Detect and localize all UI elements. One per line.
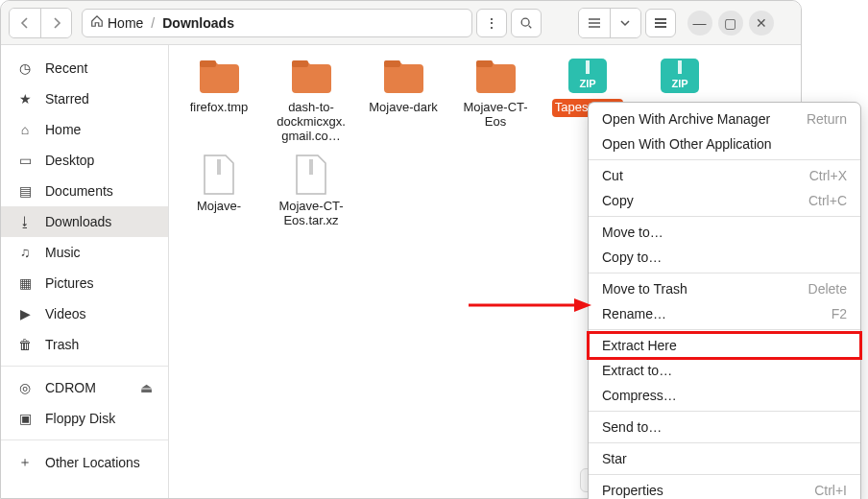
menu-item-label: Open With Other Application [602,136,772,152]
sidebar-item-pictures[interactable]: ▦Pictures [1,268,168,298]
minimize-button[interactable]: — [687,11,712,36]
sidebar-item-label: Trash [45,337,79,352]
search-button[interactable] [511,9,542,37]
svg-rect-13 [309,159,313,175]
file-item[interactable]: firefox.tmp [179,55,259,146]
window-controls: — ▢ ✕ [687,11,774,36]
sidebar-item-label: Desktop [45,153,94,168]
view-mode-group [578,8,641,38]
menu-item[interactable]: Move to… [589,220,860,245]
clock-icon: ◷ [16,60,34,76]
sidebar-item-starred[interactable]: ★Starred [1,83,168,114]
sidebar-item-label: Pictures [45,275,94,291]
menu-item-label: Extract Here [602,338,677,353]
svg-marker-15 [574,298,591,312]
eject-icon[interactable]: ⏏ [140,380,153,395]
sidebar-item-downloads[interactable]: ⭳Downloads [1,206,168,237]
sidebar-item-label: Other Locations [45,455,140,470]
file-label: dash-to-dockmicxgx.gmail.co… [271,99,351,146]
pictures-icon: ▦ [16,275,34,291]
home-icon: ⌂ [16,122,34,137]
sidebar-item-other-locations[interactable]: ＋Other Locations [1,446,168,479]
file-item[interactable]: dash-to-dockmicxgx.gmail.co… [271,55,351,146]
menu-item[interactable]: Move to TrashDelete [589,276,860,301]
back-button[interactable] [10,9,40,37]
maximize-button[interactable]: ▢ [718,11,743,36]
menu-item[interactable]: Rename…F2 [589,301,860,326]
menu-item[interactable]: CutCtrl+X [589,163,860,188]
menu-item[interactable]: CopyCtrl+C [589,188,860,213]
hamburger-button[interactable] [645,9,676,37]
menu-item-label: Compress… [602,388,677,403]
context-menu: Open With Archive ManagerReturnOpen With… [588,102,861,499]
list-view-button[interactable] [579,9,610,37]
file-item[interactable]: Mojave-dark [363,55,444,146]
menu-shortcut: Ctrl+C [808,193,847,208]
svg-text:ZIP: ZIP [579,78,595,89]
trash-icon: 🗑 [16,337,34,352]
menu-shortcut: Return [807,111,847,127]
sidebar-item-music[interactable]: ♫Music [1,237,168,268]
menu-button[interactable]: ⋮ [476,9,507,37]
sidebar-item-label: Recent [45,60,87,76]
menu-shortcut: F2 [832,306,847,321]
menu-item[interactable]: Open With Archive ManagerReturn [589,107,860,131]
menu-item[interactable]: PropertiesCtrl+I [589,478,860,499]
breadcrumb-separator: / [151,15,155,31]
sidebar: ◷Recent ★Starred ⌂Home ▭Desktop ▤Documen… [1,45,169,498]
sidebar-item-floppy[interactable]: ▣Floppy Disk [1,403,168,434]
breadcrumb-home[interactable]: Home [90,14,143,31]
menu-item-label: Move to Trash [602,281,687,297]
sidebar-item-home[interactable]: ⌂Home [1,114,168,145]
file-label: firefox.tmp [187,99,252,117]
sidebar-item-cdrom[interactable]: ◎CDROM⏏ [1,372,168,403]
svg-rect-4 [384,60,400,67]
menu-item[interactable]: Extract Here [589,333,860,358]
menu-item-label: Copy to… [602,250,662,265]
close-button[interactable]: ✕ [749,11,774,36]
zip-icon: ZIP [565,55,611,97]
archive-icon [288,154,334,196]
nav-buttons [9,8,72,38]
sidebar-item-desktop[interactable]: ▭Desktop [1,145,168,176]
file-item[interactable]: Mojave- [179,154,259,230]
view-dropdown-button[interactable] [610,9,640,37]
file-item[interactable]: Mojave-CT-Eos.tar.xz [271,154,351,230]
sidebar-item-label: Videos [45,306,86,321]
breadcrumb-current: Downloads [162,15,234,31]
menu-item[interactable]: Compress… [589,383,860,408]
menu-item[interactable]: Send to… [589,415,860,440]
menu-item-label: Star [602,451,627,466]
menu-item-label: Copy [602,193,634,208]
svg-rect-10 [678,60,682,74]
music-icon: ♫ [16,245,34,260]
svg-rect-2 [200,60,216,67]
menu-item[interactable]: Copy to… [589,245,860,270]
zip-icon: ZIP [657,55,703,97]
sidebar-item-recent[interactable]: ◷Recent [1,53,168,83]
disc-icon: ◎ [16,380,34,395]
menu-item[interactable]: Open With Other Application [589,131,860,156]
menu-shortcut: Ctrl+I [814,483,847,498]
desktop-icon: ▭ [16,153,34,168]
file-item[interactable]: Mojave-CT-Eos [455,55,536,146]
sidebar-item-trash[interactable]: 🗑Trash [1,329,168,360]
menu-item[interactable]: Extract to… [589,358,860,383]
menu-item-label: Rename… [602,306,666,321]
breadcrumb[interactable]: Home / Downloads [82,9,472,37]
folder-icon [288,55,334,97]
menu-item-label: Send to… [602,419,662,435]
plus-icon: ＋ [16,454,34,471]
menu-item-label: Extract to… [602,363,672,378]
sidebar-item-videos[interactable]: ▶Videos [1,298,168,329]
svg-text:ZIP: ZIP [671,78,687,89]
sidebar-item-documents[interactable]: ▤Documents [1,176,168,206]
file-label: Mojave- [194,198,244,216]
menu-item[interactable]: Star [589,446,860,471]
forward-button[interactable] [40,9,71,37]
folder-icon [380,55,426,97]
breadcrumb-home-label: Home [108,15,143,31]
file-label: Mojave-CT-Eos [455,99,536,131]
svg-point-0 [521,18,529,26]
file-label: Mojave-CT-Eos.tar.xz [271,198,351,230]
